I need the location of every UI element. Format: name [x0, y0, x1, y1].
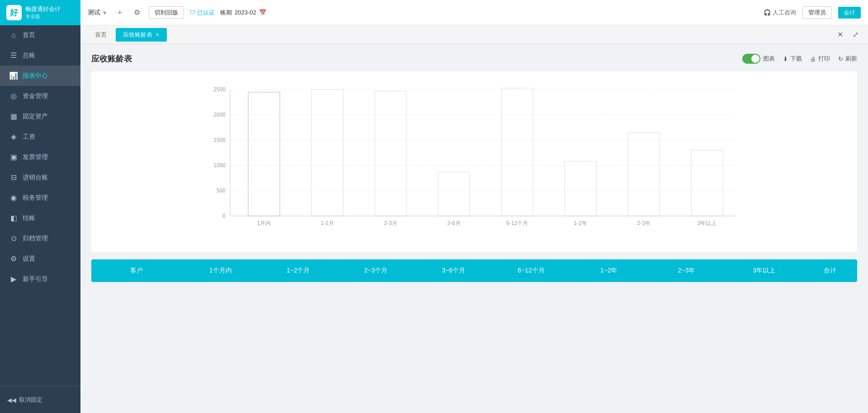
sidebar-item-closing[interactable]: ◧ 结账 [0, 208, 80, 228]
svg-text:6-12个月: 6-12个月 [506, 220, 528, 226]
switch-old-version-button[interactable]: 切到旧版 [149, 6, 184, 19]
sidebar-item-reports[interactable]: 📊 报表中心 [0, 66, 80, 86]
chart-wrapper: 0 500 1000 1500 2000 2500 [100, 80, 848, 243]
svg-text:1月内: 1月内 [257, 220, 271, 226]
table-header: 客户 1个月内 1~2个月 2~3个月 3~6个月 6~12个月 1~2年 2~… [91, 259, 857, 282]
sidebar-label-reports: 报表中心 [23, 72, 48, 80]
manager-button[interactable]: 管理员 [802, 6, 832, 19]
sidebar-item-assets[interactable]: ▦ 固定资产 [0, 106, 80, 127]
period-text-label: 账期 [220, 9, 232, 17]
col-customer: 客户 [91, 259, 182, 282]
ar-aging-table: 客户 1个月内 1~2个月 2~3个月 3~6个月 6~12个月 1~2年 2~… [91, 259, 857, 282]
salary-icon: ◈ [9, 132, 18, 141]
certified-badge: 🛡 已认证 [189, 9, 215, 17]
svg-text:1500: 1500 [213, 137, 226, 143]
close-window-button[interactable]: ✕ [835, 29, 845, 40]
download-icon: ⬇ [783, 56, 788, 62]
svg-text:2000: 2000 [213, 112, 226, 118]
sidebar-item-archive[interactable]: ⊙ 归档管理 [0, 228, 80, 249]
topbar-right: 🎧 人工咨询 管理员 会计 [764, 6, 861, 19]
svg-text:3年以上: 3年以上 [698, 220, 717, 226]
sidebar-nav: ⌂ 首页 ☰ 总账 📊 报表中心 ◎ 资金管理 ▦ 固定资产 ◈ 工资 ▣ 发票… [0, 25, 80, 386]
sidebar-item-guide[interactable]: ▶ 新手引导 [0, 269, 80, 289]
sidebar-item-capital[interactable]: ◎ 资金管理 [0, 86, 80, 106]
col-1-2month: 1~2个月 [259, 259, 337, 282]
cancel-fixed-label: 取消固定 [19, 396, 42, 404]
col-2-3month: 2~3个月 [337, 259, 415, 282]
sidebar-item-settings[interactable]: ⚙ 设置 [0, 249, 80, 269]
tab-home[interactable]: 首页 [88, 28, 114, 42]
sidebar-item-home[interactable]: ⌂ 首页 [0, 25, 80, 45]
capital-icon: ◎ [9, 92, 18, 100]
ledger-icon: ☰ [9, 51, 18, 60]
app-edition: 专业版 [25, 13, 61, 19]
topbar-quick-actions: ＋ ⚙ [113, 6, 143, 19]
svg-text:500: 500 [217, 188, 226, 194]
svg-rect-13 [248, 92, 280, 216]
col-1month: 1个月内 [182, 259, 259, 282]
account-button[interactable]: 会计 [838, 7, 861, 19]
svg-rect-18 [438, 172, 470, 216]
col-total: 合计 [803, 259, 857, 282]
svg-rect-17 [375, 91, 406, 216]
page-header: 应收账龄表 图表 ⬇ 下载 🖨 打印 ↻ 刷新 [91, 53, 857, 64]
refresh-button[interactable]: ↻ 刷新 [838, 55, 857, 63]
print-label: 打印 [818, 55, 830, 63]
sidebar-label-invoice: 发票管理 [23, 153, 48, 161]
svg-text:1000: 1000 [213, 162, 226, 169]
window-actions: ✕ ⤢ [835, 29, 861, 40]
topbar: 测试 ▾ ＋ ⚙ 切到旧版 🛡 已认证 账期 2023-02 📅 🎧 人工咨询 … [80, 0, 868, 25]
expand-window-button[interactable]: ⤢ [850, 29, 861, 40]
svg-rect-16 [311, 89, 343, 216]
project-selector[interactable]: 测试 ▾ [88, 9, 106, 17]
download-button[interactable]: ⬇ 下载 [783, 55, 802, 63]
reports-icon: 📊 [9, 71, 18, 80]
settings-button[interactable]: ⚙ [131, 6, 143, 19]
svg-text:2-3年: 2-3年 [637, 220, 650, 226]
cancel-fixed-button[interactable]: ◀◀ 取消固定 [0, 391, 80, 408]
sidebar-label-guide: 新手引导 [23, 275, 48, 283]
sidebar-item-tax[interactable]: ◉ 税务管理 [0, 188, 80, 208]
sidebar-label-ledger: 总账 [23, 52, 35, 60]
svg-text:2500: 2500 [213, 86, 226, 93]
main-area: 测试 ▾ ＋ ⚙ 切到旧版 🛡 已认证 账期 2023-02 📅 🎧 人工咨询 … [80, 0, 868, 413]
print-button[interactable]: 🖨 打印 [810, 55, 830, 63]
sidebar-label-settings: 设置 [23, 255, 35, 263]
add-button[interactable]: ＋ [113, 6, 126, 19]
certified-icon: 🛡 [189, 9, 195, 16]
sidebar-item-trade[interactable]: ⊟ 进销台账 [0, 167, 80, 188]
archive-icon: ⊙ [9, 234, 18, 243]
col-1-2year: 1~2年 [570, 259, 648, 282]
period-display: 账期 2023-02 📅 [220, 9, 266, 17]
tab-ar-aging-label: 应收账龄表 [123, 31, 152, 39]
col-2-3year: 2~3年 [648, 259, 726, 282]
certified-label: 已认证 [197, 9, 215, 17]
sidebar-item-salary[interactable]: ◈ 工资 [0, 127, 80, 147]
tab-close-icon[interactable]: ✕ [155, 32, 160, 38]
chart-toggle[interactable] [742, 54, 760, 64]
tab-home-label: 首页 [95, 31, 107, 38]
sidebar: 好 畅捷通好会计 专业版 ⌂ 首页 ☰ 总账 📊 报表中心 ◎ 资金管理 ▦ 固… [0, 0, 80, 413]
home-icon: ⌂ [9, 31, 18, 39]
logo-icon: 好 [6, 5, 22, 20]
consult-label: 人工咨询 [773, 9, 796, 17]
sidebar-item-ledger[interactable]: ☰ 总账 [0, 45, 80, 66]
calendar-icon[interactable]: 📅 [259, 9, 266, 16]
refresh-icon: ↻ [838, 56, 843, 62]
app-name: 畅捷通好会计 [25, 5, 61, 13]
assets-icon: ▦ [9, 112, 18, 121]
refresh-label: 刷新 [845, 55, 857, 63]
svg-rect-19 [501, 88, 533, 216]
sidebar-item-invoice[interactable]: ▣ 发票管理 [0, 147, 80, 167]
consult-button[interactable]: 🎧 人工咨询 [764, 9, 796, 17]
invoice-icon: ▣ [9, 153, 18, 161]
chart-container: 0 500 1000 1500 2000 2500 [91, 71, 857, 252]
svg-text:0: 0 [222, 213, 226, 219]
svg-rect-22 [691, 150, 723, 216]
svg-rect-15 [248, 92, 280, 216]
page-title: 应收账龄表 [91, 53, 132, 64]
tab-ar-aging[interactable]: 应收账龄表 ✕ [116, 28, 167, 42]
sidebar-logo: 好 畅捷通好会计 专业版 [0, 0, 80, 25]
sidebar-bottom: ◀◀ 取消固定 [0, 386, 80, 413]
guide-icon: ▶ [9, 275, 18, 283]
